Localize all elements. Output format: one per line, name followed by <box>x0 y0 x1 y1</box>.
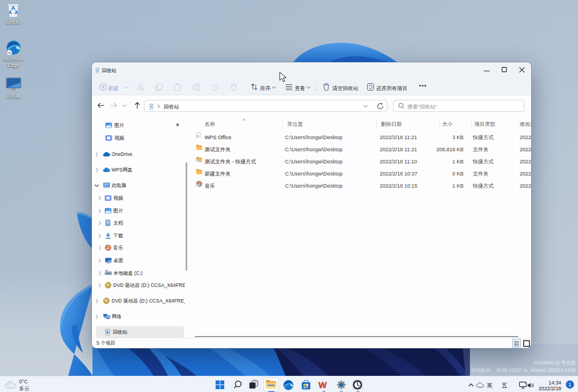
svg-text:W: W <box>318 380 327 389</box>
